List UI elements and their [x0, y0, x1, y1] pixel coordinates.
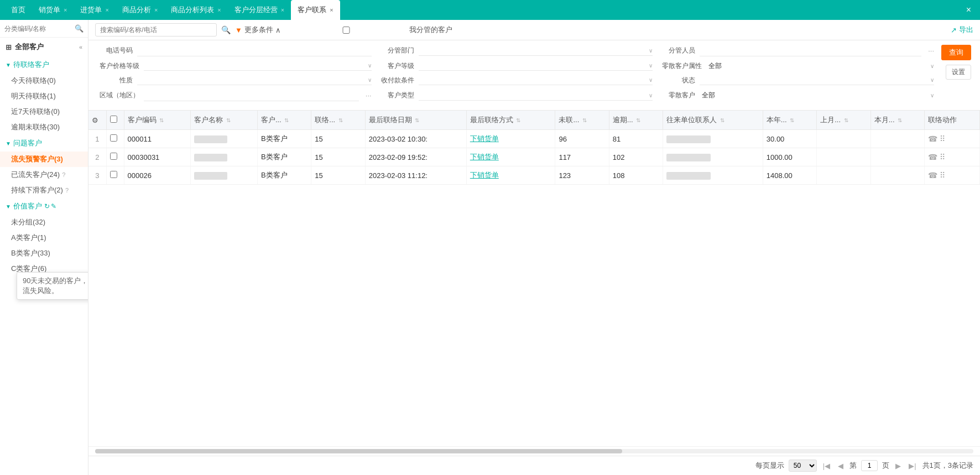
sidebar-search-input[interactable]	[4, 25, 72, 33]
row-action-3: ☎ ⠿	[925, 166, 980, 185]
action-contact-icon-3[interactable]: ☎	[928, 171, 937, 180]
this-month-sort-icon[interactable]: ⇅	[898, 117, 902, 123]
query-button[interactable]: 查询	[941, 45, 971, 60]
select-all-checkbox[interactable]	[110, 116, 117, 123]
year-amount-sort-icon[interactable]: ⇅	[790, 117, 794, 123]
row-checkbox-2[interactable]	[106, 148, 124, 166]
sidebar-item-class-b[interactable]: B类客户(33)	[0, 246, 88, 261]
sidebar-search-icon[interactable]: 🔍	[75, 24, 84, 33]
action-contact-icon-1[interactable]: ☎	[928, 134, 937, 143]
status-chevron-icon: ∨	[930, 77, 934, 83]
filter-person-input[interactable]	[700, 45, 921, 56]
row-last-method-2[interactable]: 下销货单	[466, 148, 555, 166]
sidebar-item-ungrouped[interactable]: 未分组(32)	[0, 215, 88, 230]
sidebar-item-today[interactable]: 今天待联络(0)	[0, 73, 88, 88]
row-last-date-2: 2023-02-09 19:52:	[365, 148, 466, 166]
tab-analysis-list-close[interactable]: ×	[217, 7, 221, 13]
action-contact-icon-2[interactable]: ☎	[928, 153, 937, 161]
my-customers-checkbox[interactable]: 我分管的客户	[285, 25, 452, 35]
value-refresh-icon[interactable]: ↻	[44, 202, 50, 210]
tab-analysis[interactable]: 商品分析 ×	[116, 0, 164, 20]
filter-nature-select[interactable]: ∨	[137, 75, 372, 85]
code-sort-icon[interactable]: ⇅	[159, 117, 164, 123]
filter-region-input[interactable]	[144, 90, 359, 101]
filter-status-select[interactable]: ∨	[700, 75, 934, 85]
filter-dept-select[interactable]: ∨	[419, 46, 653, 56]
top-nav: 首页 销货单 × 进货单 × 商品分析 × 商品分析列表 × 客户分层经营 × …	[0, 0, 980, 20]
page-input[interactable]	[861, 460, 878, 471]
tab-sales[interactable]: 销货单 ×	[32, 0, 74, 20]
row-contact-2: 15	[311, 148, 365, 166]
th-last-date: 最后联络日期 ⇅	[365, 111, 466, 130]
per-page-select[interactable]: 50 100 200	[789, 460, 817, 472]
my-customers-check[interactable]	[285, 27, 407, 34]
export-button[interactable]: ↗ 导出	[951, 25, 973, 35]
last-page-button[interactable]: ▶|	[907, 462, 918, 470]
tab-sales-close[interactable]: ×	[64, 7, 67, 13]
row-checkbox-3[interactable]	[106, 166, 124, 185]
action-more-icon-2[interactable]: ⠿	[940, 153, 945, 161]
tab-purchase-close[interactable]: ×	[105, 7, 108, 13]
filter-customer-type-label: 客户类型	[381, 91, 414, 100]
action-more-icon-1[interactable]: ⠿	[940, 134, 945, 143]
search-input[interactable]	[95, 23, 217, 36]
content-area: 🔍 ▼ 更多条件 ∧ 我分管的客户 ↗ 导出	[88, 20, 980, 475]
last-month-sort-icon[interactable]: ⇅	[844, 117, 848, 123]
tab-analysis-list[interactable]: 商品分析列表 ×	[164, 0, 227, 20]
row-last-method-3[interactable]: 下销货单	[466, 166, 555, 185]
th-checkbox[interactable]	[106, 111, 124, 130]
tab-home[interactable]: 首页	[4, 0, 32, 20]
action-more-icon-3[interactable]: ⠿	[940, 171, 945, 180]
filter-phone-input[interactable]	[137, 45, 372, 56]
sidebar-item-declining[interactable]: 持续下滑客户(2) ?	[0, 182, 88, 198]
sidebar-item-tomorrow[interactable]: 明天待联络(1)	[0, 88, 88, 104]
tab-customer-contact-close[interactable]: ×	[330, 7, 333, 13]
region-dots-icon[interactable]: ···	[366, 91, 372, 100]
filter-price-grade-select[interactable]: ∨	[144, 61, 372, 71]
sidebar-item-class-a[interactable]: A类客户(1)	[0, 230, 88, 246]
filter-payment-select[interactable]: ∨	[419, 75, 653, 85]
sidebar-item-churned[interactable]: 已流失客户(24) ?	[0, 167, 88, 182]
first-page-button[interactable]: |◀	[821, 462, 832, 470]
settings-button[interactable]: 设置	[946, 65, 971, 80]
row-action-2: ☎ ⠿	[925, 148, 980, 166]
contact-sort-icon[interactable]: ⇅	[338, 117, 343, 123]
page-label: 第	[849, 461, 857, 471]
next-page-button[interactable]: ▶	[894, 462, 903, 470]
sidebar-item-overdue-contact[interactable]: 逾期未联络(30)	[0, 119, 88, 135]
close-all-button[interactable]: ×	[962, 5, 976, 15]
filter-customer-grade-select[interactable]: ∨	[419, 61, 653, 71]
contact2-sort-icon[interactable]: ⇅	[720, 117, 724, 123]
value-edit-icon[interactable]: ✎	[51, 202, 56, 210]
overdue-sort-icon[interactable]: ⇅	[636, 117, 640, 123]
last-method-sort-icon[interactable]: ⇅	[516, 117, 520, 123]
th-settings[interactable]: ⚙	[88, 111, 106, 130]
tab-home-label: 首页	[11, 5, 25, 15]
no-contact-sort-icon[interactable]: ⇅	[582, 117, 587, 123]
section-pending[interactable]: ▼ 待联络客户	[0, 56, 88, 73]
row-num-3: 3	[88, 166, 106, 185]
last-date-sort-icon[interactable]: ⇅	[415, 117, 419, 123]
customer-table: ⚙ 客户编码 ⇅ 客户名称 ⇅ 客户... ⇅	[88, 111, 980, 185]
horizontal-scrollbar[interactable]	[88, 446, 980, 456]
section-value[interactable]: ▼ 价值客户 ↻ ✎	[0, 198, 88, 215]
tab-customer-contact[interactable]: 客户联系 ×	[291, 0, 340, 20]
name-sort-icon[interactable]: ⇅	[226, 117, 231, 123]
sidebar-item-7days[interactable]: 近7天待联络(0)	[0, 104, 88, 119]
sidebar-item-churn-warning[interactable]: 流失预警客户(3)	[0, 152, 88, 167]
prev-page-button[interactable]: ◀	[836, 462, 845, 470]
row-last-month-2	[817, 148, 870, 166]
tab-analysis-close[interactable]: ×	[154, 7, 158, 13]
type-sort-icon[interactable]: ⇅	[284, 117, 289, 123]
tab-customer-layer-close[interactable]: ×	[281, 7, 284, 13]
row-last-method-1[interactable]: 下销货单	[466, 130, 555, 148]
tab-purchase[interactable]: 进货单 ×	[74, 0, 115, 20]
row-checkbox-1[interactable]	[106, 130, 124, 148]
section-problem[interactable]: ▼ 问题客户	[0, 135, 88, 152]
person-dots-icon[interactable]: ···	[928, 46, 934, 55]
filter-customer-type-select[interactable]: ∨	[419, 91, 653, 101]
tab-customer-layer[interactable]: 客户分层经营 ×	[228, 0, 291, 20]
more-conditions-button[interactable]: ▼ 更多条件 ∧	[235, 25, 281, 35]
all-customers-header[interactable]: ⊞ 全部客户 «	[0, 38, 88, 56]
search-button[interactable]: 🔍	[221, 25, 231, 34]
